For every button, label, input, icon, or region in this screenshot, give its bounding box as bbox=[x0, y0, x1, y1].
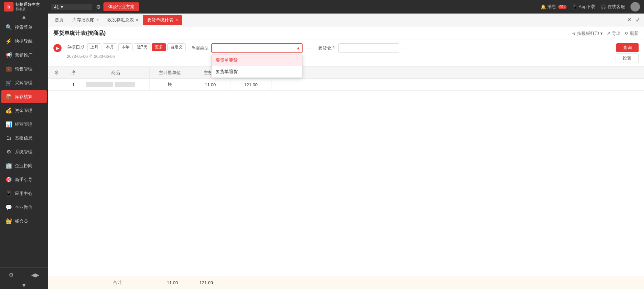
export-icon: ↗ bbox=[607, 31, 611, 36]
table-footer: 合计 11.00 121.00 bbox=[48, 276, 644, 289]
tab-batch-close[interactable]: × bbox=[96, 18, 99, 22]
sidebar-collapse-icon[interactable]: ◀▶ bbox=[31, 272, 39, 278]
page-title: 要货单统计表(按商品) bbox=[53, 30, 106, 37]
sidebar-item-finance[interactable]: 💰 资金管理 bbox=[1, 104, 47, 117]
tab-order-stat[interactable]: 要货单统计表 × bbox=[143, 15, 182, 25]
sidebar-item-purchase[interactable]: 🛒 采购管理 bbox=[1, 76, 47, 89]
sidebar-item-member[interactable]: 👑 畅会员 bbox=[1, 215, 47, 228]
sidebar-item-inventory[interactable]: 📦 库存核算 bbox=[1, 90, 47, 103]
type-select-box[interactable]: ▲ bbox=[211, 43, 303, 53]
footer-amount: 121.00 bbox=[189, 280, 223, 285]
tab-home[interactable]: 首页 bbox=[51, 15, 68, 25]
lightning-icon: ⚡ bbox=[5, 38, 12, 44]
sidebar-item-app-center[interactable]: 📱 应用中心 bbox=[1, 187, 47, 200]
tab-batch-label: 库存批次账 bbox=[72, 17, 94, 23]
warehouse-select-box[interactable] bbox=[338, 43, 399, 53]
header-right: 🔔 消息 99+ 📱 App下载 🎧 在线客服 bbox=[541, 2, 640, 12]
print-btn[interactable]: 🖨 按模板打印 ▾ bbox=[571, 30, 603, 37]
user-avatar[interactable] bbox=[630, 2, 640, 12]
search-icon: 🔍 bbox=[5, 24, 12, 30]
sidebar-item-system[interactable]: ⚙ 系统管理 bbox=[1, 145, 47, 158]
sidebar-item-guide[interactable]: 🎯 新手引导 bbox=[1, 173, 47, 186]
export-btn[interactable]: ↗ 导出 bbox=[607, 30, 621, 37]
enterprise-icon: 🏢 bbox=[5, 162, 12, 169]
tab-receive-label: 收发存汇总表 bbox=[108, 17, 134, 23]
th-empty bbox=[271, 67, 644, 79]
member-icon: 👑 bbox=[5, 218, 12, 224]
header-settings-icon[interactable]: ⚙ bbox=[96, 4, 101, 10]
sidebar-item-wechat[interactable]: 💬 企业微信 bbox=[1, 201, 47, 214]
trial-btn[interactable]: 体验行业方案 bbox=[103, 2, 139, 11]
sidebar-label-wechat: 企业微信 bbox=[15, 204, 32, 210]
sidebar-label-enterprise: 企业协同 bbox=[15, 163, 32, 169]
operations-icon: 📊 bbox=[5, 121, 12, 128]
app-logo: b 畅捷通好生意 标准版 bbox=[4, 2, 51, 12]
type-filter-group: 单据类型 ▲ 要货单要货 要货单退货 ··· bbox=[191, 43, 313, 53]
sidebar-label-guide: 新手引导 bbox=[15, 177, 32, 183]
logo-icon: b bbox=[4, 2, 14, 12]
warehouse-filter: 要货仓库 ··· bbox=[318, 43, 409, 53]
dropdown-item-order-goods[interactable]: 要货单要货 bbox=[212, 54, 303, 66]
tab-receive[interactable]: 收发存汇总表 × bbox=[103, 15, 142, 25]
table-row: 1 块 11.00 121.00 bbox=[48, 79, 644, 91]
sidebar-item-marketing[interactable]: 📢 营销推广 bbox=[1, 48, 47, 62]
table-header-row: ⚙ 序 商品 主计量单位 主数量 bbox=[48, 67, 644, 79]
tab-order-stat-close[interactable]: × bbox=[175, 18, 178, 22]
query-btn[interactable]: 查询 bbox=[616, 43, 639, 52]
td-unit: 块 bbox=[149, 79, 190, 91]
sidebar-scroll-down[interactable]: ▼ bbox=[0, 282, 48, 289]
online-service-btn[interactable]: 🎧 在线客服 bbox=[601, 4, 625, 10]
type-select-arrow-up-icon: ▲ bbox=[296, 46, 300, 50]
app-version: 标准版 bbox=[16, 7, 40, 12]
store-selector[interactable]: 41 ▾ bbox=[51, 4, 92, 10]
date-btn-last-month[interactable]: 上月 bbox=[87, 43, 101, 51]
close-all-tabs-icon[interactable]: ✕ bbox=[626, 15, 633, 24]
bell-icon: 🔔 bbox=[541, 4, 546, 9]
sidebar-item-search[interactable]: 🔍 搜索菜单 bbox=[1, 21, 47, 34]
page-header: 要货单统计表(按商品) 🖨 按模板打印 ▾ ↗ 导出 ↻ 刷新 bbox=[48, 26, 644, 40]
guide-icon: 🎯 bbox=[5, 176, 12, 183]
logo-text-block: 畅捷通好生意 标准版 bbox=[16, 2, 40, 12]
tab-home-label: 首页 bbox=[55, 17, 64, 23]
date-btn-more[interactable]: 更多 bbox=[152, 43, 166, 51]
tab-order-stat-label: 要货单统计表 bbox=[147, 17, 173, 23]
tab-batch[interactable]: 库存批次账 × bbox=[68, 15, 103, 25]
inventory-icon: 📦 bbox=[5, 93, 12, 100]
finance-icon: 💰 bbox=[5, 107, 12, 114]
headset-icon: 🎧 bbox=[601, 4, 606, 9]
sidebar-settings-icon[interactable]: ⚙ bbox=[9, 272, 14, 278]
filter-bar: ▶ 单据日期 上月 本月 本年 近7天 更多 自定义 2023-05-0 bbox=[48, 40, 644, 67]
date-btn-this-year[interactable]: 本年 bbox=[118, 43, 133, 51]
expand-icon[interactable]: ⤢ bbox=[634, 15, 641, 24]
main-layout: ▲ 🔍 搜索菜单 ⚡ 快捷导航 📢 营销推广 💼 销售管理 🛒 采购管理 📦 库… bbox=[0, 14, 644, 289]
message-btn[interactable]: 🔔 消息 99+ bbox=[541, 4, 567, 10]
sidebar-item-basic[interactable]: 🗂 基础信息 bbox=[1, 132, 47, 144]
tab-bar-actions: ✕ ⤢ bbox=[626, 15, 641, 24]
date-btn-this-month[interactable]: 本月 bbox=[103, 43, 117, 51]
date-btn-last-7days[interactable]: 近7天 bbox=[134, 43, 150, 51]
filter-more-icon[interactable]: ··· bbox=[305, 45, 312, 51]
td-quantity: 11.00 bbox=[190, 79, 231, 91]
warehouse-more-icon[interactable]: ··· bbox=[402, 45, 409, 51]
filter-actions: 查询 设置 bbox=[616, 43, 639, 63]
filter-toggle-btn[interactable]: ▶ bbox=[53, 44, 62, 52]
table-settings-icon[interactable]: ⚙ bbox=[54, 70, 59, 75]
refresh-btn[interactable]: ↻ 刷新 bbox=[625, 30, 639, 37]
system-icon: ⚙ bbox=[5, 149, 12, 155]
sidebar-item-quick-nav[interactable]: ⚡ 快捷导航 bbox=[1, 35, 47, 48]
type-select-container: ▲ 要货单要货 要货单退货 bbox=[211, 43, 303, 53]
sidebar-label-search: 搜索菜单 bbox=[15, 24, 32, 30]
sidebar-item-enterprise[interactable]: 🏢 企业协同 bbox=[1, 159, 47, 172]
sidebar-label-finance: 资金管理 bbox=[15, 108, 32, 114]
sidebar-item-operations[interactable]: 📊 经营管理 bbox=[1, 118, 47, 131]
date-btn-custom[interactable]: 自定义 bbox=[167, 43, 186, 51]
tab-receive-close[interactable]: × bbox=[136, 18, 138, 22]
app-download-btn[interactable]: 📱 App下载 bbox=[572, 4, 595, 10]
sidebar-item-sales[interactable]: 💼 销售管理 bbox=[1, 62, 47, 75]
wechat-icon: 💬 bbox=[5, 204, 12, 210]
sidebar-scroll-up[interactable]: ▲ bbox=[0, 14, 48, 20]
dropdown-item-order-return[interactable]: 要货单退货 bbox=[212, 66, 303, 77]
th-settings[interactable]: ⚙ bbox=[48, 67, 65, 79]
sidebar-label-purchase: 采购管理 bbox=[15, 80, 32, 86]
settings-btn[interactable]: 设置 bbox=[616, 53, 639, 63]
